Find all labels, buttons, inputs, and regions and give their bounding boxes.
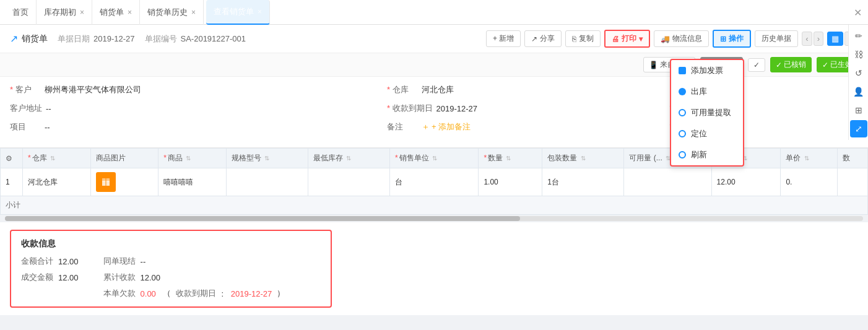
print-button[interactable]: 🖨 打印 ▾ bbox=[604, 30, 650, 48]
col-quantity: *数量 ⇅ bbox=[479, 149, 542, 168]
warehouse-field: 仓库 河北仓库 bbox=[387, 84, 670, 95]
sidebar-user-icon[interactable]: 👤 bbox=[850, 83, 867, 100]
doc-type-label: 销货单 bbox=[22, 33, 48, 45]
share-icon: ↗ bbox=[531, 35, 537, 43]
date-label: 单据日期 bbox=[58, 33, 90, 45]
cell-current-stock: 12.00 bbox=[711, 168, 781, 196]
copy-icon: ⎘ bbox=[572, 35, 576, 43]
project-label: 项目 bbox=[10, 121, 41, 132]
transaction-amount-label: 成交金额 bbox=[21, 272, 53, 283]
tab-sales-history[interactable]: 销货单历史 × bbox=[140, 0, 204, 25]
tab-inventory-init[interactable]: 库存期初 × bbox=[37, 0, 92, 25]
tab-home[interactable]: 首页 bbox=[5, 0, 37, 25]
new-button[interactable]: + 新增 bbox=[486, 30, 521, 47]
col-warehouse: *仓库 ⇅ bbox=[23, 149, 91, 168]
copy-button[interactable]: ⎘ 复制 bbox=[565, 30, 601, 47]
verified-button[interactable]: ✓ 已核销 bbox=[770, 57, 812, 72]
customer-field: 客户 柳州粤港平安气体有限公司 bbox=[10, 84, 387, 95]
quantity-sort-icon: ⇅ bbox=[506, 155, 511, 162]
project-field: 项目 -- bbox=[10, 121, 387, 132]
check-label: ✓ bbox=[753, 61, 760, 69]
cumulative-receipt-row: 累计收款 12.00 bbox=[103, 272, 285, 283]
settings-icon: ⚙ bbox=[6, 154, 12, 163]
doc-number-field: 单据编号 SA-20191227-001 bbox=[145, 33, 246, 45]
model-sort-icon: ⇅ bbox=[264, 155, 269, 162]
payment-info: 收款信息 金额合计 12.00 成交金额 12.00 同单现结 -- 累计收款 bbox=[10, 230, 332, 308]
cell-available bbox=[624, 168, 711, 196]
check-button[interactable]: ✓ bbox=[748, 58, 765, 72]
current-due-row: 本单欠款 0.00 （ 收款到期日 : 2019-12-27 ） bbox=[103, 288, 285, 299]
share-button[interactable]: ↗ 分享 bbox=[524, 30, 562, 47]
col-settings[interactable]: ⚙ bbox=[1, 149, 23, 168]
refresh-icon bbox=[679, 151, 686, 158]
cell-amount bbox=[838, 168, 868, 196]
address-label: 客户地址 bbox=[10, 103, 42, 114]
horizontal-scrollbar[interactable] bbox=[5, 216, 863, 221]
pick-quantity-icon bbox=[679, 109, 686, 116]
sidebar-table-icon[interactable]: ⊞ bbox=[850, 102, 867, 119]
share-label: 分享 bbox=[540, 33, 555, 44]
right-sidebar: ✏ ⛓ ↺ 👤 ⊞ ⤢ bbox=[848, 25, 868, 140]
dropdown-locate[interactable]: 定位 bbox=[671, 123, 743, 144]
customer-value: 柳州粤港平安气体有限公司 bbox=[45, 84, 141, 95]
pack-qty-sort-icon: ⇅ bbox=[581, 155, 586, 162]
tab-sales-history-close[interactable]: × bbox=[191, 8, 196, 17]
subtotal-row: 小计 bbox=[1, 196, 868, 215]
dropdown-pick-quantity[interactable]: 可用量提取 bbox=[671, 102, 743, 123]
add-note-button[interactable]: ＋ + 添加备注 bbox=[422, 121, 471, 132]
settlement-row: 同单现结 -- bbox=[103, 256, 285, 267]
number-label: 单据编号 bbox=[145, 33, 177, 45]
print-dropdown-arrow: ▾ bbox=[639, 35, 643, 43]
doc-date-field: 单据日期 2019-12-27 bbox=[58, 33, 135, 45]
print-label: 打印 bbox=[622, 33, 636, 44]
sidebar-expand-icon[interactable]: ⤢ bbox=[850, 120, 867, 137]
tab-view-sales-order[interactable]: 查看销货单 × bbox=[206, 0, 270, 25]
cell-sales-unit: 台 bbox=[390, 168, 479, 196]
payment-col-left: 金额合计 12.00 成交金额 12.00 bbox=[21, 256, 79, 299]
tab-view-sales-close[interactable]: × bbox=[258, 7, 262, 16]
locate-label: 定位 bbox=[691, 128, 707, 139]
sidebar-edit-icon[interactable]: ✏ bbox=[850, 27, 867, 45]
next-button[interactable]: › bbox=[814, 32, 823, 46]
outbound-icon bbox=[679, 88, 686, 95]
doc-actions: + 新增 ↗ 分享 ⎘ 复制 🖨 打印 ▾ 🚚 物流信息 ⊞ 操作 历史单据 ‹… bbox=[486, 30, 858, 48]
dropdown-add-invoice[interactable]: 添加发票 bbox=[671, 60, 743, 81]
plus-icon: ＋ bbox=[422, 121, 430, 132]
operate-dropdown: 添加发票 出库 可用量提取 定位 刷新 bbox=[670, 59, 744, 167]
history-button[interactable]: 历史单据 bbox=[755, 30, 798, 47]
scroll-thumb bbox=[5, 216, 520, 221]
print-icon: 🖨 bbox=[612, 35, 619, 43]
dropdown-refresh[interactable]: 刷新 bbox=[671, 144, 743, 165]
payment-title: 收款信息 bbox=[21, 238, 321, 250]
cumulative-receipt-value: 12.00 bbox=[141, 273, 161, 282]
window-close-button[interactable]: ✕ bbox=[854, 6, 862, 18]
operate-button[interactable]: ⊞ 操作 bbox=[713, 30, 751, 48]
sidebar-refresh-icon[interactable]: ↺ bbox=[850, 64, 867, 82]
payment-col-right: 同单现结 -- 累计收款 12.00 本单欠款 0.00 （ 收款到期日 : 2… bbox=[103, 256, 285, 299]
logistics-button[interactable]: 🚚 物流信息 bbox=[654, 30, 709, 47]
product-image bbox=[96, 172, 116, 192]
tab-sales-order[interactable]: 销货单 × bbox=[92, 0, 140, 25]
nav-arrows: ‹ › bbox=[802, 32, 823, 46]
doc-title: ↗ 销货单 bbox=[10, 33, 48, 45]
pick-quantity-label: 可用量提取 bbox=[691, 107, 731, 118]
tab-view-sales-label: 查看销货单 bbox=[214, 6, 254, 17]
refresh-label: 刷新 bbox=[691, 149, 707, 160]
grid-view-button[interactable]: ▦ bbox=[827, 32, 843, 46]
due-date-note-value: 2019-12-27 bbox=[231, 289, 272, 298]
sidebar-link-icon[interactable]: ⛓ bbox=[850, 46, 867, 63]
tab-inventory-close[interactable]: × bbox=[80, 8, 84, 17]
col-product: *商品 ⇅ bbox=[158, 149, 227, 168]
note-label: 备注 bbox=[387, 121, 418, 132]
tab-sales-history-label: 销货单历史 bbox=[147, 7, 188, 18]
address-field: 客户地址 -- bbox=[10, 103, 387, 114]
transaction-amount-value: 12.00 bbox=[58, 273, 79, 282]
tab-sales-close[interactable]: × bbox=[128, 8, 132, 17]
doc-header: ↗ 销货单 单据日期 2019-12-27 单据编号 SA-20191227-0… bbox=[0, 25, 868, 53]
add-note-label: + 添加备注 bbox=[432, 121, 471, 132]
logistics-label: 物流信息 bbox=[672, 33, 702, 44]
sort-icon: ⇅ bbox=[50, 155, 55, 162]
dropdown-outbound[interactable]: 出库 bbox=[671, 81, 743, 102]
col-pack-qty: 包装数量 ⇅ bbox=[542, 149, 624, 168]
prev-button[interactable]: ‹ bbox=[802, 32, 812, 46]
